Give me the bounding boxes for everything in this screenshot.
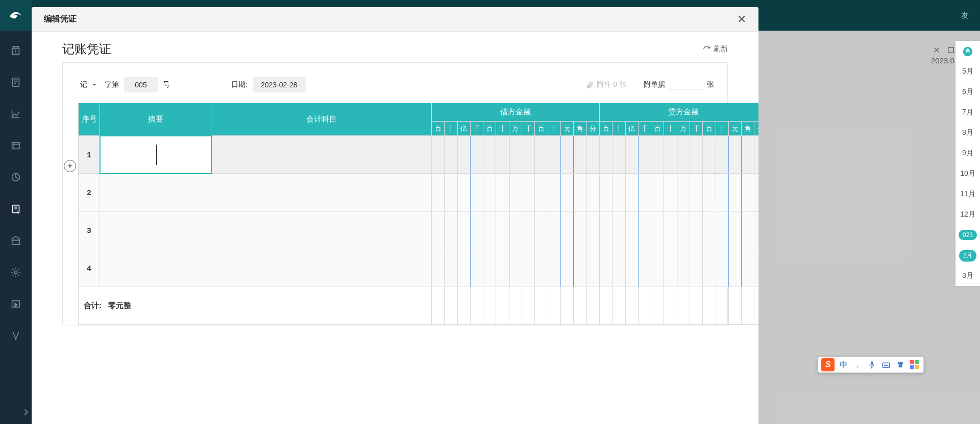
cell-debit-digit[interactable]	[496, 211, 509, 249]
cell-debit-digit[interactable]	[509, 174, 522, 211]
cell-credit-digit[interactable]	[742, 211, 754, 249]
cell-credit-digit[interactable]	[599, 211, 612, 249]
cell-debit-digit[interactable]	[586, 211, 599, 249]
cell-debit-digit[interactable]	[535, 211, 548, 249]
cell-credit-digit[interactable]	[638, 211, 651, 249]
cell-summary[interactable]	[100, 136, 211, 174]
ime-apps-icon[interactable]	[909, 359, 920, 370]
cell-debit-digit[interactable]	[535, 174, 548, 211]
cell-credit-digit[interactable]	[690, 174, 703, 211]
date-input[interactable]: 2023-02-28	[253, 77, 306, 92]
more-tab-icon[interactable]	[946, 45, 955, 55]
cell-debit-digit[interactable]	[483, 174, 496, 211]
cell-credit-digit[interactable]	[612, 174, 625, 211]
cell-debit-digit[interactable]	[509, 249, 522, 287]
cell-credit-digit[interactable]	[651, 249, 664, 287]
cell-debit-digit[interactable]	[560, 211, 573, 249]
cell-credit-digit[interactable]	[703, 211, 716, 249]
cell-debit-digit[interactable]	[509, 136, 522, 174]
sidebar-icon-3[interactable]	[10, 108, 21, 120]
cell-credit-digit[interactable]	[742, 174, 754, 211]
cell-debit-digit[interactable]	[574, 174, 586, 211]
cell-debit-digit[interactable]	[522, 136, 535, 174]
ime-punct-toggle[interactable]: ，	[852, 359, 863, 370]
sidebar-icon-6[interactable]	[10, 203, 21, 215]
sidebar-icon-9[interactable]	[10, 298, 21, 310]
cell-debit-digit[interactable]	[432, 174, 445, 211]
cell-debit-digit[interactable]	[548, 249, 560, 287]
close-icon[interactable]: ✕	[737, 14, 746, 25]
cell-credit-digit[interactable]	[716, 136, 728, 174]
cell-debit-digit[interactable]	[586, 249, 599, 287]
sidebar-icon-10[interactable]	[10, 330, 21, 341]
cell-debit-digit[interactable]	[522, 174, 535, 211]
cell-credit-digit[interactable]	[754, 211, 758, 249]
cell-debit-digit[interactable]	[586, 174, 599, 211]
cell-debit-digit[interactable]	[574, 249, 586, 287]
cell-credit-digit[interactable]	[664, 174, 677, 211]
period-item[interactable]: 9月	[955, 143, 980, 163]
period-item[interactable]: 3月	[955, 266, 980, 286]
cell-debit-digit[interactable]	[432, 136, 445, 174]
cell-credit-digit[interactable]	[703, 174, 716, 211]
cell-debit-digit[interactable]	[548, 174, 560, 211]
period-item[interactable]: 5月	[955, 61, 980, 82]
ime-skin-icon[interactable]	[895, 359, 906, 370]
ime-lang-toggle[interactable]: 中	[838, 359, 849, 370]
cell-credit-digit[interactable]	[690, 249, 703, 287]
cell-credit-digit[interactable]	[690, 136, 703, 174]
cell-debit-digit[interactable]	[548, 136, 560, 174]
cell-credit-digit[interactable]	[612, 249, 625, 287]
cell-debit-digit[interactable]	[496, 249, 509, 287]
sidebar-icon-1[interactable]	[10, 45, 21, 56]
cell-summary[interactable]	[100, 211, 211, 249]
cell-summary[interactable]	[100, 249, 211, 287]
cell-subject[interactable]	[211, 211, 432, 249]
cell-credit-digit[interactable]	[690, 211, 703, 249]
period-item[interactable]: 6月	[955, 82, 980, 102]
cell-credit-digit[interactable]	[742, 249, 754, 287]
cell-debit-digit[interactable]	[457, 211, 470, 249]
cell-debit-digit[interactable]	[483, 249, 496, 287]
sidebar-icon-7[interactable]	[10, 235, 21, 246]
cell-debit-digit[interactable]	[496, 174, 509, 211]
cell-debit-digit[interactable]	[522, 249, 535, 287]
cell-credit-digit[interactable]	[754, 249, 758, 287]
sidebar-icon-2[interactable]	[10, 77, 21, 88]
voucher-number-input[interactable]: 005	[124, 77, 158, 92]
cell-debit-digit[interactable]	[470, 249, 483, 287]
cell-credit-digit[interactable]	[612, 136, 625, 174]
cell-credit-digit[interactable]	[651, 136, 664, 174]
cell-debit-digit[interactable]	[432, 211, 445, 249]
bill-count-input[interactable]	[668, 81, 704, 89]
cell-credit-digit[interactable]	[638, 174, 651, 211]
cell-debit-digit[interactable]	[586, 136, 599, 174]
add-row-button[interactable]: +	[64, 160, 76, 172]
cell-credit-digit[interactable]	[703, 249, 716, 287]
period-item[interactable]: 10月	[955, 163, 980, 184]
ime-toolbar[interactable]: S 中 ，	[818, 357, 924, 373]
cell-debit-digit[interactable]	[470, 211, 483, 249]
cell-debit-digit[interactable]	[457, 174, 470, 211]
cell-credit-digit[interactable]	[599, 136, 612, 174]
cell-debit-digit[interactable]	[445, 249, 457, 287]
voucher-type-select[interactable]: 记	[76, 78, 102, 91]
sidebar-icon-5[interactable]	[10, 172, 21, 183]
cell-credit-digit[interactable]	[638, 249, 651, 287]
cell-credit-digit[interactable]	[599, 174, 612, 211]
cell-debit-digit[interactable]	[574, 136, 586, 174]
period-year-badge[interactable]: 023	[955, 225, 980, 245]
cell-credit-digit[interactable]	[625, 249, 638, 287]
cell-summary[interactable]	[100, 174, 211, 211]
cell-credit-digit[interactable]	[664, 249, 677, 287]
cell-credit-digit[interactable]	[677, 136, 690, 174]
period-item[interactable]: 8月	[955, 123, 980, 143]
cell-credit-digit[interactable]	[612, 211, 625, 249]
cell-debit-digit[interactable]	[574, 211, 586, 249]
period-month-badge[interactable]: 2月	[955, 245, 980, 266]
cell-debit-digit[interactable]	[548, 211, 560, 249]
cell-credit-digit[interactable]	[638, 136, 651, 174]
cell-credit-digit[interactable]	[625, 174, 638, 211]
sidebar-icon-4[interactable]	[10, 140, 21, 151]
cell-debit-digit[interactable]	[483, 136, 496, 174]
